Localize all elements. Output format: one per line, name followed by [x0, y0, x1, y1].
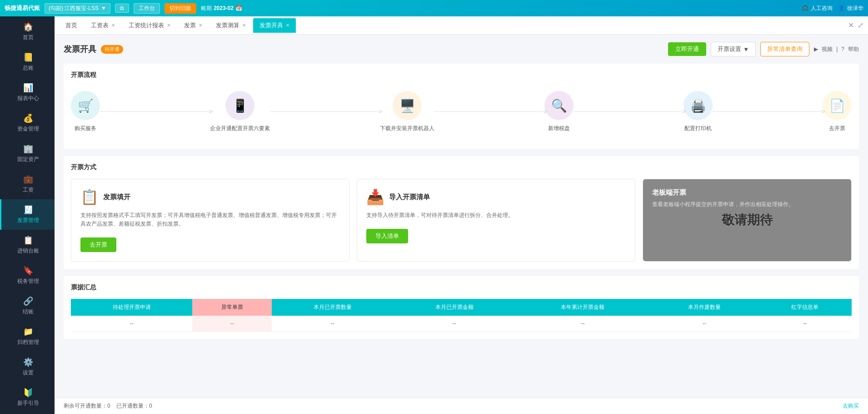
- tab-invoice-tool[interactable]: 发票开具 ✕: [253, 18, 296, 33]
- cell-pending: --: [71, 316, 192, 332]
- flow-section-title: 开票流程: [71, 71, 852, 79]
- sidebar-label-purchase: 进销台账: [17, 247, 39, 255]
- sidebar-item-home[interactable]: 🏠 首页: [0, 16, 55, 47]
- import-invoice-card: 📥 导入开票清单 支持导入待开票清单，可对待开票清单进行拆分、合并处理。 导入清…: [357, 179, 635, 262]
- chevron-down-icon: ▼: [743, 46, 749, 53]
- flow-step-printer[interactable]: 🖨️ 配置打印机: [683, 91, 713, 132]
- sidebar-item-settings[interactable]: ⚙️ 设置: [0, 352, 55, 382]
- col-exception: 异常单票: [192, 299, 272, 316]
- footer: 剩余可开通数量：0 已开通数量：0 去购买: [55, 398, 868, 414]
- sidebar-label-invoice: 发票管理: [17, 217, 39, 224]
- flow-steps: 🛒 购买服务 📱 企业开通配置开票六要素 🖥️: [71, 86, 852, 141]
- open-settings-button[interactable]: 开票设置 ▼: [711, 42, 756, 56]
- sidebar-label-settings: 设置: [23, 369, 34, 377]
- workspace-button[interactable]: 工作台: [134, 3, 160, 14]
- tab-close-icon[interactable]: ✕: [242, 23, 246, 28]
- flow-arrow-1: [100, 111, 210, 112]
- sidebar-item-assets[interactable]: 🏢 固定资产: [0, 138, 55, 169]
- footer-quota: 剩余可开通数量：0 已开通数量：0: [64, 402, 152, 410]
- video-icon: ▶: [814, 46, 818, 52]
- tab-close-icon[interactable]: ✕: [111, 23, 115, 28]
- col-pending: 待处理开票申请: [71, 299, 192, 316]
- manual-invoice-desc: 支持按照发票格式手工填写开发票；可开具增值税电子普通发票、增值税普通发票、增值税…: [80, 211, 340, 228]
- buy-link[interactable]: 去购买: [843, 402, 859, 410]
- company-name: (勾副) 江西服宝-LSS: [49, 5, 99, 12]
- assets-icon: 🏢: [23, 144, 33, 154]
- purchase-icon: 📋: [23, 235, 33, 245]
- tab-salary-table[interactable]: 工资表 ✕: [85, 18, 121, 33]
- period-value: 2023-02: [214, 5, 234, 11]
- tab-invoice-list[interactable]: 发票 ✕: [178, 18, 209, 33]
- import-list-button[interactable]: 导入清单: [366, 229, 408, 243]
- top-bar: 畅捷通易代账 (勾副) 江西服宝-LSS ▼ ⧉ 工作台 切到旧版 账期 202…: [0, 0, 868, 16]
- view-controls: ▶ 视频 | ? 帮助: [814, 45, 859, 53]
- headset-icon: 🎧: [802, 5, 808, 11]
- sidebar-item-guide[interactable]: 🔰 新手引导: [0, 382, 55, 413]
- sidebar-item-archive[interactable]: 📁 归档管理: [0, 321, 55, 352]
- reports-icon: 📊: [23, 83, 33, 93]
- sidebar: 🏠 首页 📒 总账 📊 报表中心 💰 资金管理 🏢 固定资产 💼 工资 🧾 发票…: [0, 16, 55, 414]
- flow-step-download[interactable]: 🖥️ 下载并安装开票机器人: [380, 91, 434, 132]
- page-content: 发票开具 待开通 立即开通 开票设置 ▼ 异常清单查询 ▶ 视频 | ?: [55, 35, 868, 398]
- tab-close-button[interactable]: ✕: [848, 21, 854, 30]
- flow-arrow-5: [713, 111, 823, 112]
- table-row: -- -- -- -- -- -- --: [71, 316, 852, 332]
- home-icon: 🏠: [23, 22, 33, 32]
- issue-icon: 📄: [829, 98, 845, 113]
- col-void-count: 本月作废数量: [651, 299, 758, 316]
- open-now-button[interactable]: 立即开通: [668, 42, 706, 56]
- tab-salary-report[interactable]: 工资统计报表 ✕: [122, 18, 177, 33]
- user-avatar-icon: 👤: [838, 5, 845, 11]
- issue-cards: 📋 发票填开 支持按照发票格式手工填写开发票；可开具增值税电子普通发票、增值税普…: [71, 179, 852, 262]
- tab-home[interactable]: 首页: [59, 18, 84, 33]
- cell-red-info: --: [758, 316, 852, 332]
- calendar-icon[interactable]: 📅: [235, 5, 242, 11]
- flow-step-tax-disk[interactable]: 🔍 新增税盘: [544, 91, 574, 132]
- flow-section: 开票流程 🛒 购买服务 📱 企业开通配置开票六要素: [64, 64, 859, 149]
- config-icon: 📱: [232, 98, 248, 113]
- help-icon: ?: [841, 46, 844, 52]
- consult-btn[interactable]: 🎧 人工咨询: [802, 5, 833, 12]
- summary-table: 待处理开票申请 异常单票 本月已开票数量 本月已开票金额 本年累计开票金额 本月…: [71, 299, 852, 332]
- sidebar-item-settlement[interactable]: 🔗 结账: [0, 291, 55, 321]
- flow-arrow-3: [434, 111, 544, 112]
- guide-icon: 🔰: [23, 388, 33, 398]
- username: 徐泽华: [847, 5, 863, 12]
- funds-icon: 💰: [23, 113, 33, 123]
- coming-soon-text: 敬请期待: [722, 212, 773, 229]
- download-icon: 🖥️: [399, 98, 415, 113]
- sidebar-label-ledger: 总账: [23, 64, 34, 72]
- tax-icon: 🔖: [23, 266, 33, 276]
- sidebar-label-funds: 资金管理: [17, 125, 39, 133]
- old-platform-card: 老板端开票 查看老板端小程序提交的开票申请，并作出相应处理操作。 敬请期待: [643, 179, 852, 262]
- cell-year-amount: --: [515, 316, 650, 332]
- flow-step-config[interactable]: 📱 企业开通配置开票六要素: [210, 91, 270, 132]
- archive-icon: 📁: [23, 327, 33, 337]
- flow-step-buy[interactable]: 🛒 购买服务: [71, 91, 100, 132]
- page-header: 发票开具 待开通 立即开通 开票设置 ▼ 异常清单查询 ▶ 视频 | ?: [64, 42, 859, 56]
- user-menu[interactable]: 👤 徐泽华: [838, 5, 863, 12]
- sidebar-item-funds[interactable]: 💰 资金管理: [0, 108, 55, 138]
- sidebar-item-reports[interactable]: 📊 报表中心: [0, 77, 55, 108]
- page-title: 发票开具: [64, 44, 96, 55]
- flow-step-issue[interactable]: 📄 去开票: [823, 91, 852, 132]
- manual-invoice-card: 📋 发票填开 支持按照发票格式手工填写开发票；可开具增值税电子普通发票、增值税普…: [71, 179, 349, 262]
- tab-close-icon[interactable]: ✕: [167, 23, 170, 28]
- tab-restore-button[interactable]: ⤢: [858, 21, 863, 30]
- sidebar-item-salary[interactable]: 💼 工资: [0, 169, 55, 199]
- company-selector[interactable]: (勾副) 江西服宝-LSS ▼: [45, 3, 110, 14]
- tab-close-icon[interactable]: ✕: [199, 23, 202, 28]
- tab-close-active-icon[interactable]: ✕: [286, 23, 289, 28]
- salary-icon: 💼: [23, 174, 33, 184]
- sidebar-item-tax[interactable]: 🔖 税务管理: [0, 260, 55, 291]
- sidebar-item-ledger[interactable]: 📒 总账: [0, 47, 55, 77]
- go-issue-button[interactable]: 去开票: [80, 237, 116, 252]
- tab-invoice-calc[interactable]: 发票测算 ✕: [210, 18, 252, 33]
- switch-old-button[interactable]: 切到旧版: [165, 3, 196, 14]
- ledger-icon: 📒: [23, 52, 33, 62]
- summary-section: 票据汇总 待处理开票申请 异常单票 本月已开票数量 本月已开票金额 本年累计开票…: [64, 276, 859, 339]
- copy-button[interactable]: ⧉: [115, 4, 129, 13]
- sidebar-item-invoice[interactable]: 🧾 发票管理: [0, 199, 55, 230]
- sidebar-item-purchase[interactable]: 📋 进销台账: [0, 230, 55, 260]
- query-exception-button[interactable]: 异常清单查询: [760, 42, 809, 56]
